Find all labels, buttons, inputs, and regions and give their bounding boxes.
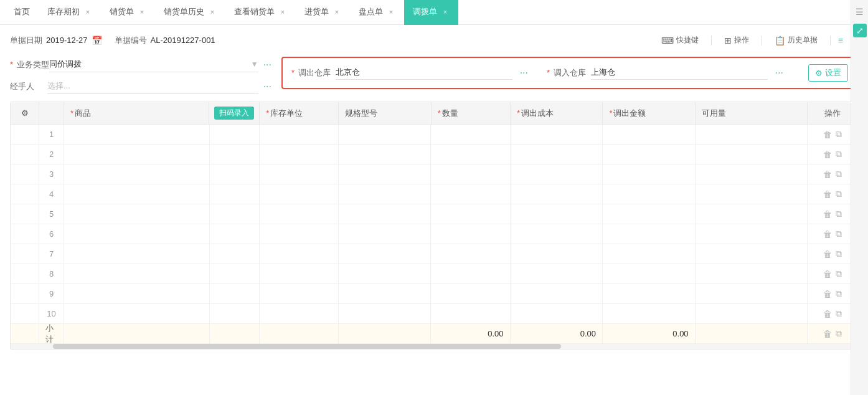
scroll-thumb[interactable] <box>53 344 561 349</box>
td-spec-5[interactable] <box>339 204 432 224</box>
row-copy-icon-3[interactable]: ⧉ <box>836 169 842 179</box>
td-product-7[interactable] <box>64 244 210 264</box>
td-amount-9[interactable] <box>603 284 696 303</box>
business-type-input[interactable]: 同价调拨 ▼ <box>49 57 258 72</box>
td-cost-3[interactable] <box>511 164 603 184</box>
business-type-more-btn[interactable]: ··· <box>263 59 271 70</box>
business-type-dropdown-icon[interactable]: ▼ <box>251 60 258 69</box>
row-delete-icon-10[interactable]: 🗑 <box>823 309 832 319</box>
tab-home[interactable]: 首页 <box>5 0 39 25</box>
td-unit-5[interactable] <box>260 204 339 224</box>
td-cost-7[interactable] <box>511 244 603 264</box>
td-unit-4[interactable] <box>260 184 339 204</box>
td-product-5[interactable] <box>64 204 210 224</box>
row-copy-icon-8[interactable]: ⧉ <box>836 269 842 279</box>
td-amount-4[interactable] <box>603 184 696 204</box>
handler-more-btn[interactable]: ··· <box>263 81 271 92</box>
tab-transfer-order[interactable]: 调拨单 × <box>404 0 458 25</box>
td-amount-8[interactable] <box>603 264 696 283</box>
tab-inventory-check[interactable]: 盘点单 × <box>350 0 404 25</box>
th-settings[interactable]: ⚙ <box>11 102 39 124</box>
td-product-3[interactable] <box>64 164 210 184</box>
tab-inventory-init[interactable]: 库存期初 × <box>39 0 101 25</box>
row-delete-icon-5[interactable]: 🗑 <box>823 209 832 219</box>
td-amount-5[interactable] <box>603 204 696 224</box>
td-avail-1[interactable] <box>696 125 808 144</box>
td-unit-1[interactable] <box>260 125 339 144</box>
td-qty-10[interactable] <box>431 304 510 323</box>
td-cost-5[interactable] <box>511 204 603 224</box>
td-spec-9[interactable] <box>339 284 432 303</box>
td-qty-4[interactable] <box>431 184 510 204</box>
td-spec-2[interactable] <box>339 145 432 164</box>
td-unit-10[interactable] <box>260 304 339 323</box>
scroll-area[interactable] <box>11 344 857 349</box>
tab-inventory-check-close[interactable]: × <box>387 7 395 16</box>
td-spec-7[interactable] <box>339 244 432 264</box>
row-delete-icon-8[interactable]: 🗑 <box>823 269 832 279</box>
td-product-2[interactable] <box>64 145 210 164</box>
td-unit-7[interactable] <box>260 244 339 264</box>
td-product-8[interactable] <box>64 264 210 283</box>
td-avail-6[interactable] <box>696 224 808 244</box>
td-product-10[interactable] <box>64 304 210 323</box>
td-qty-6[interactable] <box>431 224 510 244</box>
row-copy-icon-9[interactable]: ⧉ <box>836 288 842 299</box>
td-amount-7[interactable] <box>603 244 696 264</box>
tab-view-sales[interactable]: 查看销货单 × <box>225 0 296 25</box>
td-amount-2[interactable] <box>603 145 696 164</box>
td-qty-3[interactable] <box>431 164 510 184</box>
td-amount-10[interactable] <box>603 304 696 323</box>
td-cost-9[interactable] <box>511 284 603 303</box>
td-cost-2[interactable] <box>511 145 603 164</box>
td-unit-8[interactable] <box>260 264 339 283</box>
calendar-icon[interactable]: 📅 <box>92 36 102 45</box>
td-amount-3[interactable] <box>603 164 696 184</box>
tab-purchase-order-close[interactable]: × <box>333 7 341 16</box>
tab-transfer-order-close[interactable]: × <box>441 7 450 16</box>
row-delete-icon-4[interactable]: 🗑 <box>823 189 832 199</box>
td-cost-6[interactable] <box>511 224 603 244</box>
td-avail-7[interactable] <box>696 244 808 264</box>
history-button[interactable]: 📋 历史单据 <box>770 32 823 48</box>
td-spec-3[interactable] <box>339 164 432 184</box>
row-delete-icon-1[interactable]: 🗑 <box>823 130 832 140</box>
row-copy-icon-7[interactable]: ⧉ <box>836 249 842 259</box>
th-scan[interactable]: 扫码录入 <box>209 102 260 124</box>
td-avail-10[interactable] <box>696 304 808 323</box>
warehouse-in-more-btn[interactable]: ··· <box>775 67 783 79</box>
td-avail-3[interactable] <box>696 164 808 184</box>
row-delete-icon-3[interactable]: 🗑 <box>823 169 832 179</box>
scan-button[interactable]: 扫码录入 <box>214 107 254 120</box>
td-unit-2[interactable] <box>260 145 339 164</box>
td-product-4[interactable] <box>64 184 210 204</box>
sidebar-list-icon[interactable]: ☰ <box>853 5 867 19</box>
operations-button[interactable]: ⊞ 操作 <box>719 32 754 48</box>
td-avail-8[interactable] <box>696 264 808 283</box>
td-avail-5[interactable] <box>696 204 808 224</box>
td-spec-8[interactable] <box>339 264 432 283</box>
tab-purchase-order[interactable]: 进货单 × <box>296 0 350 25</box>
td-product-6[interactable] <box>64 224 210 244</box>
td-product-9[interactable] <box>64 284 210 303</box>
subtotal-copy-icon[interactable]: ⧉ <box>836 328 842 339</box>
td-product-1[interactable] <box>64 125 210 144</box>
td-avail-4[interactable] <box>696 184 808 204</box>
settings-button[interactable]: ⚙ 设置 <box>808 64 848 82</box>
td-qty-8[interactable] <box>431 264 510 283</box>
td-avail-9[interactable] <box>696 284 808 303</box>
tab-sales-history-close[interactable]: × <box>208 7 217 16</box>
row-delete-icon-7[interactable]: 🗑 <box>823 249 832 259</box>
row-copy-icon-5[interactable]: ⧉ <box>836 209 842 219</box>
td-unit-6[interactable] <box>260 224 339 244</box>
row-copy-icon-6[interactable]: ⧉ <box>836 229 842 239</box>
td-qty-1[interactable] <box>431 125 510 144</box>
row-delete-icon-6[interactable]: 🗑 <box>823 229 832 239</box>
td-spec-1[interactable] <box>339 125 432 144</box>
row-copy-icon-2[interactable]: ⧉ <box>836 149 842 159</box>
td-avail-2[interactable] <box>696 145 808 164</box>
td-cost-4[interactable] <box>511 184 603 204</box>
warehouse-out-more-btn[interactable]: ··· <box>520 67 528 79</box>
td-amount-6[interactable] <box>603 224 696 244</box>
handler-input[interactable]: 选择... <box>47 79 258 94</box>
